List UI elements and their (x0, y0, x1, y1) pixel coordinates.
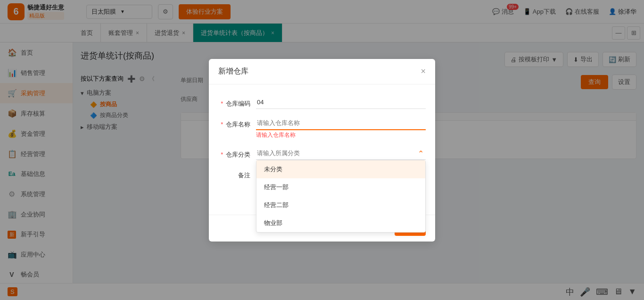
required-star-category: * (221, 151, 223, 158)
modal-close-button[interactable]: × (421, 67, 426, 75)
modal-overlay: 新增仓库 × * 仓库编码 * 仓库名称 (0, 0, 644, 300)
dropdown-item-property[interactable]: 物业部 (256, 214, 425, 232)
modal-title: 新增仓库 (218, 67, 248, 76)
note-field-label: 备注 (218, 167, 256, 180)
dropdown-item-dept2[interactable]: 经营二部 (256, 196, 425, 214)
modal-body: * 仓库编码 * 仓库名称 请输入仓库名称 (209, 84, 435, 215)
category-dropdown: 未分类 经营一部 经营二部 物业部 (256, 160, 426, 233)
code-field-label: * 仓库编码 (218, 96, 256, 108)
category-field-row: * 仓库分类 ⌃ 未分类 经营一部 经营二部 物业部 (218, 147, 426, 160)
code-input[interactable] (256, 96, 426, 109)
required-star-name: * (221, 121, 223, 128)
category-select-container: ⌃ (256, 147, 426, 160)
dropdown-item-dept1[interactable]: 经营一部 (256, 178, 425, 196)
name-field-label: * 仓库名称 (218, 117, 256, 129)
add-warehouse-modal: 新增仓库 × * 仓库编码 * 仓库名称 (209, 59, 435, 242)
category-input[interactable] (256, 147, 426, 160)
dropdown-item-unclassified[interactable]: 未分类 (256, 160, 425, 178)
code-field-row: * 仓库编码 (218, 96, 426, 109)
modal-header: 新增仓库 × (209, 59, 435, 84)
name-error-message: 请输入仓库名称 (256, 131, 426, 139)
required-star-code: * (221, 100, 223, 107)
name-field-row: * 仓库名称 请输入仓库名称 (218, 117, 426, 139)
name-input[interactable] (256, 117, 426, 130)
category-field-label: * 仓库分类 (218, 147, 256, 159)
